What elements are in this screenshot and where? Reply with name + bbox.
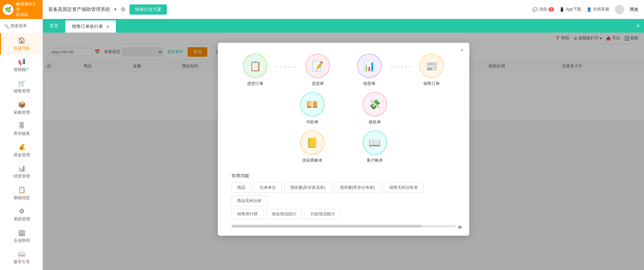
flow-node-sales-order: 📰 销售订单 <box>419 54 444 87</box>
arrow-v-payment: ↓ <box>315 87 318 92</box>
flow-node-receipt: 💸 收款单 <box>363 92 387 125</box>
online-service-button[interactable]: 👤 在线客服 <box>587 6 609 12</box>
tabbar: 首页 销售订单执行表 × × <box>43 19 644 33</box>
tab-sales-order[interactable]: 销售订单执行表 × <box>65 20 116 33</box>
download-icon: 📱 <box>559 7 564 12</box>
sidebar-search-area: 🔍 搜索菜单 <box>0 19 42 33</box>
customer-ledger-icon: 📖 <box>363 130 387 155</box>
func-btn-sales-rank[interactable]: 销售排行榜 <box>231 209 263 219</box>
sidebar-logo: 🌿 畅康通好生意 标准版 <box>0 0 42 19</box>
supplier-ledger-icon: 📒 <box>300 130 325 155</box>
sidebar-item-marketing[interactable]: 📢 营销推广 <box>0 55 42 76</box>
sidebar-item-newcomer[interactable]: 📖 新手引导 <box>0 247 42 268</box>
func-btn-stock-status[interactable]: 现存量(库存状况表) <box>284 182 331 193</box>
home-icon: 🏠 <box>18 37 25 44</box>
operations-icon: 📊 <box>18 165 25 172</box>
topbar: 装备及固定资产辅助管理系统 ▾ ⚙ 体验行业方案 💬 消息 6 📱 App下载 … <box>43 0 644 19</box>
scrollbar-thumb <box>231 225 422 228</box>
logo-text: 畅康通好生意 标准版 <box>16 2 40 18</box>
app-download-button[interactable]: 📱 App下载 <box>559 6 581 12</box>
scroll-right-arrow[interactable]: ▶ <box>458 223 463 230</box>
purchase-bill-label: 进货单 <box>312 81 324 87</box>
arrow-v-customer: ↓ <box>369 125 372 130</box>
customer-ledger-label: 客户账本 <box>367 158 383 163</box>
common-functions-title: 常用功能 <box>231 173 456 179</box>
sales-bill-label: 销货单 <box>363 81 376 87</box>
user-name: 用友 <box>630 6 639 13</box>
page-area: ❓ 帮助 🖨 按模板打印 ▾ 📤 导出 🔄 刷新 <box>43 33 644 270</box>
sales-bill-icon: 📊 <box>357 54 382 78</box>
user-avatar <box>615 5 624 14</box>
flow-node-purchase-bill: 📝 进货单 <box>306 54 330 87</box>
func-btn-sales-gross[interactable]: 销售毛利分析表 <box>384 182 424 193</box>
purchase-icon: 📦 <box>18 101 25 108</box>
sidebar-item-finance[interactable]: 💰 资金管理 <box>0 140 42 161</box>
newcomer-icon: 📖 <box>18 250 25 258</box>
purchase-order-label: 进货订单 <box>247 81 263 87</box>
basic-info-icon: 📋 <box>18 186 25 194</box>
modal-dialog: × 📋 进货订单 - - - -→ <box>218 43 469 236</box>
func-btn-partners[interactable]: 往来单位 <box>254 182 282 193</box>
common-functions: 常用功能 商品 往来单位 现存量(库存状况表) 现存量(库存分布表) 销售毛利分… <box>231 173 456 219</box>
main-content: 装备及固定资产辅助管理系统 ▾ ⚙ 体验行业方案 💬 消息 6 📱 App下载 … <box>43 0 644 270</box>
tab-home[interactable]: 首页 <box>43 19 65 33</box>
flow-node-purchase-order: 📋 进货订单 <box>243 54 267 87</box>
payment-label: 付款单 <box>306 119 318 125</box>
message-button[interactable]: 💬 消息 6 <box>533 6 554 12</box>
flow-node-customer-ledger: 📖 客户账本 <box>363 130 387 163</box>
tabbar-close-button[interactable]: × <box>632 22 644 30</box>
system-dropdown[interactable]: ▾ <box>114 7 117 12</box>
func-btn-row-1: 商品 往来单位 现存量(库存状况表) 现存量(库存分布表) 销售毛利分析表 商品… <box>231 182 456 206</box>
modal-close-button[interactable]: × <box>460 47 464 54</box>
try-button[interactable]: 体验行业方案 <box>129 4 167 15</box>
func-btn-stock-dist[interactable]: 现存量(库存分布表) <box>334 182 381 193</box>
arrow-v-supplier: ↓ <box>315 125 318 130</box>
system-icon: ⚙ <box>19 208 24 215</box>
system-title: 装备及固定资产辅助管理系统 <box>48 6 110 13</box>
func-btn-goods-gross[interactable]: 商品毛利分析 <box>231 196 267 206</box>
payment-icon: 💴 <box>300 92 325 116</box>
receipt-icon: 💸 <box>363 92 387 116</box>
sidebar-item-operations[interactable]: 📊 经营管理 <box>0 161 42 183</box>
sidebar-item-system[interactable]: ⚙ 系统管理 <box>0 204 42 226</box>
inventory-icon: 🗄 <box>19 122 25 129</box>
search-icon: 🔍 <box>4 24 9 29</box>
settings-icon[interactable]: ⚙ <box>121 6 125 13</box>
sidebar-item-enterprise[interactable]: 🏢 企业协同 <box>0 226 42 247</box>
sidebar-item-basic-info[interactable]: 📋 基础信息 <box>0 183 42 204</box>
sales-icon: 🛒 <box>18 79 25 87</box>
modal-scrollbar[interactable]: ▶ <box>231 225 456 228</box>
sidebar: 🌿 畅康通好生意 标准版 🔍 搜索菜单 🏠 快捷导航 📢 营销推广 🛒 <box>0 0 43 270</box>
flow-node-payment: 💴 付款单 <box>300 92 325 125</box>
search-menu-button[interactable]: 🔍 搜索菜单 <box>3 22 40 30</box>
sidebar-item-quick-nav[interactable]: 🏠 快捷导航 <box>0 33 42 55</box>
arrow-h1: - - - -→ <box>276 63 297 71</box>
sidebar-nav: 🏠 快捷导航 📢 营销推广 🛒 销售管理 📦 采购管理 🗄 库存核算 💰 <box>0 33 42 270</box>
service-icon: 👤 <box>587 7 592 12</box>
sidebar-item-sales[interactable]: 🛒 销售管理 <box>0 76 42 97</box>
purchase-bill-icon: 📝 <box>306 54 330 78</box>
tab-close-icon[interactable]: × <box>106 24 109 29</box>
finance-icon: 💰 <box>18 143 25 151</box>
purchase-order-icon: 📋 <box>243 54 267 78</box>
sidebar-item-purchase[interactable]: 📦 采购管理 <box>0 97 42 119</box>
message-badge: 6 <box>549 7 554 12</box>
modal-overlay: × 📋 进货订单 - - - -→ <box>43 33 644 270</box>
sales-order-icon: 📰 <box>419 54 444 78</box>
marketing-icon: 📢 <box>18 58 25 66</box>
chevron-down-icon: ▾ <box>114 7 117 12</box>
enterprise-icon: 🏢 <box>18 229 25 236</box>
arrow-v-receipt: ↓ <box>369 87 372 92</box>
receipt-label: 收款单 <box>369 119 381 125</box>
flow-node-supplier-ledger: 📒 供应商账本 <box>300 130 325 163</box>
topbar-actions: 💬 消息 6 📱 App下载 👤 在线客服 用友 <box>533 5 639 14</box>
flow-node-sales-bill: 📊 销货单 <box>357 54 382 87</box>
arrow-h2: ←- - - - <box>390 63 411 71</box>
func-btn-receipt-stats[interactable]: 收款情况统计 <box>266 209 302 219</box>
sales-order-label: 销售订单 <box>423 81 440 87</box>
logo-icon: 🌿 <box>3 4 13 15</box>
func-btn-payment-stats[interactable]: 付款情况统计 <box>305 209 341 219</box>
func-btn-goods[interactable]: 商品 <box>231 182 251 193</box>
sidebar-item-inventory[interactable]: 🗄 库存核算 <box>0 119 42 140</box>
func-btn-row-2: 销售排行榜 收款情况统计 付款情况统计 <box>231 209 456 219</box>
